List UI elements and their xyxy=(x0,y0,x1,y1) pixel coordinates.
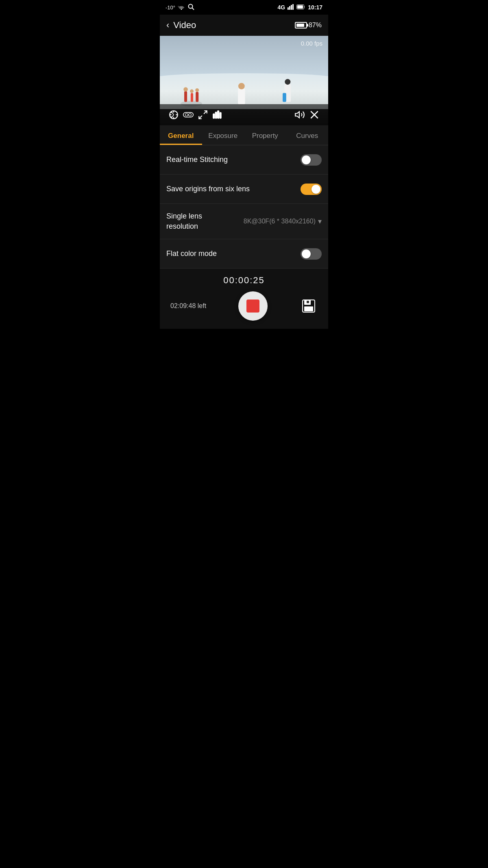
save-origins-label: Save origins from six lens xyxy=(166,185,250,193)
svg-point-17 xyxy=(238,83,245,90)
video-controls xyxy=(160,104,328,125)
svg-rect-33 xyxy=(216,112,217,118)
svg-point-15 xyxy=(195,88,199,92)
volume-button[interactable] xyxy=(292,107,307,122)
nav-left: ‹ Video xyxy=(166,20,196,31)
save-button[interactable] xyxy=(300,297,318,315)
svg-line-31 xyxy=(199,116,202,119)
temperature: -10° xyxy=(166,4,175,11)
close-button[interactable] xyxy=(307,107,322,122)
battery-percentage: 87% xyxy=(309,22,322,29)
svg-rect-4 xyxy=(289,6,290,10)
svg-rect-12 xyxy=(191,93,193,102)
svg-rect-16 xyxy=(238,88,245,105)
toggle-track-stitching xyxy=(301,154,322,166)
svg-point-19 xyxy=(285,79,290,85)
battery-display: 87% xyxy=(295,22,322,29)
equalizer-button[interactable] xyxy=(210,107,225,122)
record-stop-icon xyxy=(246,300,259,313)
svg-rect-42 xyxy=(307,301,309,303)
toggle-thumb-flat-color xyxy=(302,249,311,258)
svg-rect-10 xyxy=(184,91,187,102)
svg-point-1 xyxy=(189,4,193,8)
svg-point-27 xyxy=(185,114,188,116)
network-type: 4G xyxy=(278,4,285,11)
back-button[interactable]: ‹ xyxy=(166,20,169,31)
top-nav: ‹ Video 87% xyxy=(160,15,328,36)
page-title: Video xyxy=(173,20,196,31)
settings-list: Real-time Stitching Save origins from si… xyxy=(160,145,328,269)
setting-row-save-origins: Save origins from six lens xyxy=(160,175,328,204)
toggle-thumb-stitching xyxy=(302,155,311,164)
vr-mode-button[interactable] xyxy=(181,107,196,122)
toggle-track-origins xyxy=(301,184,322,195)
realtime-stitching-toggle[interactable] xyxy=(301,154,322,166)
battery-bar-icon xyxy=(295,22,307,28)
flat-color-toggle[interactable] xyxy=(301,248,322,260)
toggle-thumb-origins xyxy=(312,185,320,194)
tab-general[interactable]: General xyxy=(160,125,202,145)
status-right: 4G 10:17 xyxy=(278,4,323,11)
crosshair-button[interactable] xyxy=(166,107,181,122)
tab-curves[interactable]: Curves xyxy=(286,125,329,145)
setting-row-flat-color: Flat color mode xyxy=(160,239,328,269)
video-preview[interactable]: 0.00 fps xyxy=(160,36,328,125)
realtime-stitching-label: Real-time Stitching xyxy=(166,155,228,164)
fullscreen-button[interactable] xyxy=(196,107,210,122)
svg-point-28 xyxy=(189,114,192,116)
tabs-bar: General Exposure Property Curves xyxy=(160,125,328,145)
svg-rect-14 xyxy=(196,92,198,102)
setting-row-resolution: Single lensresolution 8K@30F(6 * 3840x21… xyxy=(160,204,328,239)
toggle-track-flat-color xyxy=(301,248,322,260)
svg-rect-20 xyxy=(283,93,286,102)
wifi-icon: ~ xyxy=(178,4,185,11)
recording-timer: 00:00:25 xyxy=(223,275,265,286)
fps-display: 0.00 fps xyxy=(301,40,322,47)
chevron-down-icon: ▾ xyxy=(318,217,322,226)
resolution-value-text: 8K@30F(6 * 3840x2160) xyxy=(244,218,316,225)
resolution-selector[interactable]: 8K@30F(6 * 3840x2160) ▾ xyxy=(244,217,322,226)
svg-point-11 xyxy=(183,87,188,92)
status-left: -10° ~ xyxy=(166,3,195,12)
record-button[interactable] xyxy=(238,291,268,321)
svg-rect-5 xyxy=(291,5,292,10)
status-bar: -10° ~ 4G xyxy=(160,0,328,15)
svg-line-2 xyxy=(192,8,194,10)
search-icon[interactable] xyxy=(187,3,195,12)
svg-line-30 xyxy=(204,111,207,114)
svg-rect-32 xyxy=(213,114,214,118)
svg-point-13 xyxy=(190,90,194,93)
tab-property[interactable]: Property xyxy=(244,125,286,145)
save-icon xyxy=(302,299,316,313)
svg-rect-8 xyxy=(297,5,303,9)
tab-exposure[interactable]: Exposure xyxy=(202,125,244,145)
svg-rect-3 xyxy=(288,7,289,10)
svg-rect-41 xyxy=(304,306,313,311)
svg-rect-34 xyxy=(218,111,219,118)
save-origins-toggle[interactable] xyxy=(301,184,322,195)
svg-rect-35 xyxy=(220,113,221,118)
battery-fill xyxy=(296,24,304,27)
bottom-controls: 02:09:48 left xyxy=(166,291,322,321)
time-remaining: 02:09:48 left xyxy=(170,302,206,310)
resolution-label: Single lensresolution xyxy=(166,211,202,232)
setting-row-realtime-stitching: Real-time Stitching xyxy=(160,145,328,175)
svg-rect-6 xyxy=(292,4,294,10)
svg-marker-36 xyxy=(295,112,299,118)
battery-icon xyxy=(296,4,305,11)
svg-text:~: ~ xyxy=(178,5,179,8)
bottom-bar: 00:00:25 02:09:48 left xyxy=(160,269,328,329)
flat-color-label: Flat color mode xyxy=(166,249,217,258)
signal-icon xyxy=(288,4,294,11)
time: 10:17 xyxy=(308,4,322,11)
